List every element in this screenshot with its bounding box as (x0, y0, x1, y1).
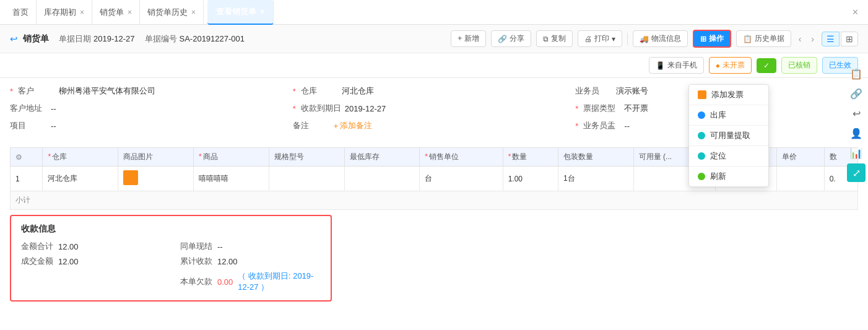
doc-meta: 单据日期 2019-12-27 单据编号 SA-20191227-001 (59, 33, 245, 45)
total-value: 12.00 (58, 242, 79, 251)
tab-sales-order-close[interactable]: × (128, 8, 132, 17)
copy-button[interactable]: ⧉ 复制 (536, 30, 573, 47)
tab-sales-order-history-close[interactable]: × (191, 8, 196, 17)
from-phone-button[interactable]: 📱 来自手机 (649, 57, 704, 74)
logistics-icon: 🚚 (640, 35, 649, 43)
tab-home[interactable]: 首页 (5, 0, 37, 25)
warehouse-label: 仓库 (301, 85, 338, 97)
tab-view-sales-order-close[interactable]: × (260, 7, 264, 16)
operation-icon: ⊞ (700, 35, 706, 43)
menu-item-locate[interactable]: 定位 (689, 146, 768, 167)
settings-icon[interactable]: ⚙ (15, 153, 22, 162)
tab-view-sales-order[interactable]: 查看销货单 × (207, 0, 274, 25)
customer-field: * 客户 柳州粤港平安气体有限公司 (10, 85, 293, 97)
invoice-type-value: 不开票 (624, 103, 674, 114)
tab-inventory-init[interactable]: 库存期初 × (37, 0, 92, 25)
product-image (123, 170, 138, 185)
col-package-qty: 包装数量 (558, 148, 633, 167)
address-value: -- (51, 104, 100, 113)
due-date-label: 收款到期日 (301, 103, 341, 114)
menu-item-outbound[interactable]: 出库 (689, 105, 768, 126)
available-qty-icon (698, 132, 705, 139)
cell-warehouse: 河北仓库 (43, 167, 118, 191)
right-icon-expand[interactable]: ⤢ (847, 163, 866, 182)
doc-type-label: 销货单 (23, 33, 49, 45)
list-view-button[interactable]: ☰ (822, 32, 840, 46)
history-button[interactable]: 📋 历史单据 (736, 30, 791, 47)
col-min-stock: 最低库存 (344, 148, 420, 167)
subtotal-row: 小计 (11, 191, 858, 210)
note-label: 备注 (293, 120, 330, 131)
subtotal-label: 小计 (11, 191, 858, 210)
cell-product: 嘻嘻嘻嘻 (194, 167, 269, 191)
right-icon-5[interactable]: 📊 (847, 144, 866, 162)
note-field: 备注 + 添加备注 (293, 120, 576, 131)
right-icon-3[interactable]: ↩ (847, 104, 866, 123)
locate-label: 定位 (710, 150, 726, 162)
address-field: 客户地址 -- (10, 103, 293, 114)
print-dropdown-icon: ▾ (612, 35, 615, 43)
history-icon: 📋 (743, 35, 752, 43)
logistics-button[interactable]: 🚚 物流信息 (633, 30, 688, 47)
right-icons-panel: 📋 🔗 ↩ 👤 📊 ⤢ (844, 62, 868, 185)
cancelled-status: 已核销 (781, 57, 817, 74)
outbound-icon (698, 111, 705, 119)
print-icon: 🖨 (584, 35, 592, 43)
col-settings: ⚙ (11, 148, 43, 167)
refresh-label: 刷新 (710, 171, 726, 182)
cumulative-label: 累计收款 (180, 256, 212, 267)
deal-label: 成交金额 (21, 256, 53, 267)
col-sales-unit: *销售单位 (420, 148, 503, 167)
invoice-icon: ● (716, 61, 720, 70)
doc-date-value: 2019-12-27 (93, 34, 135, 43)
right-icon-2[interactable]: 🔗 (847, 84, 866, 103)
close-all-button[interactable]: × (848, 7, 863, 18)
col-unit-price: 单价 (776, 148, 824, 167)
print-button[interactable]: 🖨 打印 ▾ (578, 30, 622, 47)
share-button[interactable]: 🔗 分享 (491, 30, 531, 47)
toolbar: + 新增 🔗 分享 ⧉ 复制 🖨 打印 ▾ 🚚 物流信息 ⊞ 操作 (451, 30, 858, 48)
salesperson-label: 业务员 (575, 85, 612, 97)
due-date-field: * 收款到期日 2019-12-27 (293, 103, 576, 114)
menu-item-refresh[interactable]: 刷新 (689, 167, 768, 186)
add-note-button[interactable]: + 添加备注 (334, 120, 373, 131)
payment-row-cumulative: 累计收款 12.00 (180, 256, 321, 267)
menu-item-available-qty[interactable]: 可用量提取 (689, 126, 768, 146)
cell-sales-unit: 台 (420, 167, 503, 191)
debt-value: 0.00 (217, 277, 233, 287)
warehouse-field: * 仓库 河北仓库 (293, 85, 576, 97)
col-product: *商品 (194, 148, 269, 167)
tab-sales-order-history[interactable]: 销货单历史 × (140, 0, 204, 25)
confirm-button[interactable]: ✓ (757, 58, 776, 73)
new-button[interactable]: + 新增 (451, 30, 485, 47)
locate-icon (698, 152, 705, 160)
tab-sales-order[interactable]: 销货单 × (92, 0, 140, 25)
view-toggle: ☰ ⊞ (822, 32, 858, 46)
payment-row-debt: 本单欠款 0.00 （ 收款到期日: 2019-12-27 ） (180, 271, 321, 293)
grid-view-button[interactable]: ⊞ (841, 32, 858, 46)
staff-value: -- (624, 121, 674, 131)
debt-label: 本单欠款 (180, 276, 212, 287)
right-icon-4[interactable]: 👤 (847, 124, 866, 142)
phone-icon: 📱 (656, 61, 665, 70)
right-icon-1[interactable]: 📋 (847, 64, 866, 83)
doc-type-icon: ↩ (10, 33, 18, 45)
operation-button[interactable]: ⊞ 操作 (693, 30, 731, 48)
tab-inventory-init-close[interactable]: × (80, 8, 84, 17)
project-value: -- (51, 121, 100, 131)
project-label: 项目 (10, 120, 47, 131)
due-date-value: 2019-12-27 (345, 104, 394, 113)
doc-title-area: ↩ 销货单 (10, 33, 49, 45)
cell-quantity: 1.00 (503, 167, 558, 191)
prev-button[interactable]: ‹ (796, 33, 804, 45)
salesperson-value: 演示账号 (616, 85, 666, 97)
col-spec: 规格型号 (269, 148, 344, 167)
menu-item-add-invoice[interactable]: 添加发票 (689, 85, 768, 105)
available-qty-label: 可用量提取 (710, 130, 750, 141)
not-opened-button[interactable]: ● 未开票 (709, 57, 752, 74)
cell-index: 1 (11, 167, 43, 191)
doc-number-field: 单据编号 SA-20191227-001 (145, 33, 245, 45)
cell-min-stock (344, 167, 420, 191)
add-note-icon: + (334, 121, 339, 131)
next-button[interactable]: › (809, 33, 817, 45)
